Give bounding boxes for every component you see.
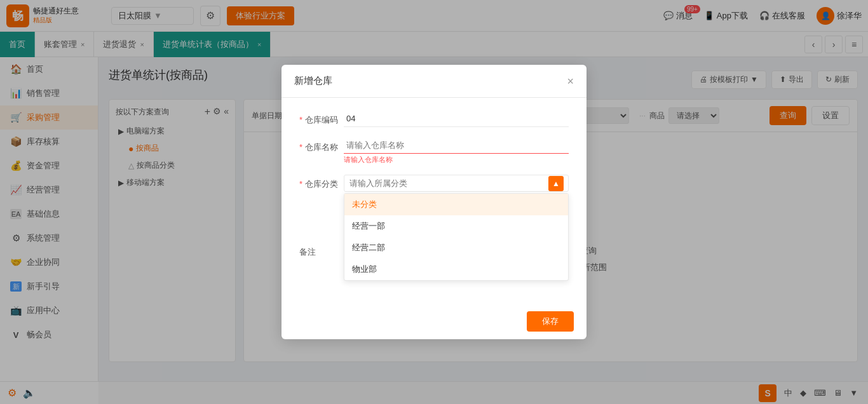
modal-body: 仓库编码 仓库名称 请输入仓库名称 仓库分类 bbox=[281, 98, 587, 304]
name-label: 仓库名称 bbox=[299, 138, 344, 153]
dropdown-option-dept3[interactable]: 物业部 bbox=[344, 259, 568, 280]
dropdown-option-uncat[interactable]: 未分类 bbox=[344, 194, 568, 215]
modal-header: 新增仓库 × bbox=[281, 65, 587, 98]
code-label: 仓库编码 bbox=[299, 111, 344, 126]
modal-title: 新增仓库 bbox=[294, 75, 332, 87]
modal-footer: 保存 bbox=[281, 304, 587, 339]
modal-close-button[interactable]: × bbox=[567, 76, 574, 87]
modal-new-warehouse: 新增仓库 × 仓库编码 仓库名称 请输入仓库名称 bbox=[281, 65, 587, 339]
category-label: 仓库分类 bbox=[299, 175, 344, 190]
form-row-code: 仓库编码 bbox=[299, 111, 569, 127]
dropdown-list: 未分类 经营一部 经营二部 物业部 bbox=[344, 193, 569, 281]
code-input[interactable] bbox=[344, 111, 569, 127]
dropdown-option-dept1[interactable]: 经营一部 bbox=[344, 215, 568, 237]
save-button[interactable]: 保存 bbox=[527, 311, 574, 332]
note-label: 备注 bbox=[299, 243, 344, 258]
form-row-name: 仓库名称 请输入仓库名称 bbox=[299, 137, 569, 165]
category-input[interactable] bbox=[344, 175, 569, 192]
form-row-category: 仓库分类 ▲ 未分类 经营一部 经营二部 物业部 bbox=[299, 175, 569, 192]
dropdown-arrow-icon[interactable]: ▲ bbox=[548, 176, 564, 191]
name-input[interactable] bbox=[344, 137, 569, 154]
name-error-msg: 请输入仓库名称 bbox=[344, 155, 393, 165]
dropdown-option-dept2[interactable]: 经营二部 bbox=[344, 237, 568, 259]
modal-overlay[interactable]: 新增仓库 × 仓库编码 仓库名称 请输入仓库名称 bbox=[0, 0, 868, 404]
category-dropdown[interactable]: ▲ 未分类 经营一部 经营二部 物业部 bbox=[344, 175, 569, 192]
